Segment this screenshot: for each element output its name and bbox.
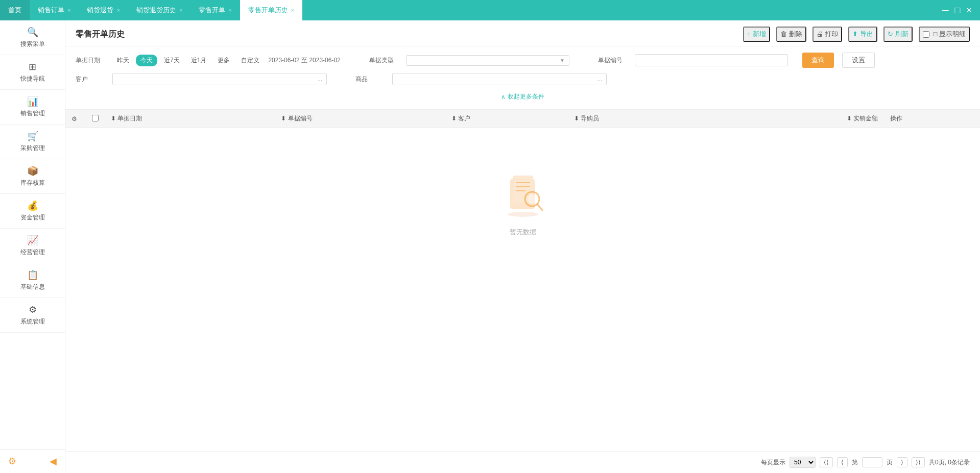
number-filter-input[interactable] xyxy=(635,54,788,66)
type-select-arrow: ▼ xyxy=(560,58,565,63)
th-number-label: 单据编号 xyxy=(288,115,313,122)
empty-icon xyxy=(497,168,548,219)
th-checkbox[interactable] xyxy=(86,110,105,128)
type-filter-select[interactable]: ▼ xyxy=(406,55,569,66)
nav-tab-sales-return[interactable]: 销货退货× xyxy=(79,0,128,20)
th-amount[interactable]: ⬍ 实销金额 xyxy=(714,110,884,128)
per-page-select[interactable]: 50 10 20 100 xyxy=(790,457,816,468)
window-controls: ─ □ × xyxy=(942,5,980,16)
settings-icon[interactable]: ⚙ xyxy=(8,456,16,467)
more-btn[interactable]: 更多 xyxy=(213,55,234,66)
operation-icon: 📈 xyxy=(27,235,38,246)
setting-button[interactable]: 设置 xyxy=(842,53,875,68)
sidebar-item-search[interactable]: 🔍搜索采单 xyxy=(0,20,65,55)
collapse-sidebar-icon[interactable]: ◀ xyxy=(50,456,57,467)
close-tab-sales-return-icon[interactable]: × xyxy=(116,7,119,13)
goods-filter-input[interactable]: ... xyxy=(392,73,607,85)
display-detail-button[interactable]: □ 显示明细 xyxy=(919,27,970,42)
delete-button[interactable]: 🗑 删除 xyxy=(776,27,806,42)
restore-icon[interactable]: □ xyxy=(955,5,961,16)
th-date-label: 单据日期 xyxy=(117,115,142,122)
empty-text: 暂无数据 xyxy=(510,228,536,237)
sidebar-label-quicknav: 快捷导航 xyxy=(20,74,45,83)
close-tab-sales-return-history-icon[interactable]: × xyxy=(179,7,182,13)
page-input[interactable]: 1 xyxy=(862,457,882,467)
sales-icon: 📊 xyxy=(27,96,38,107)
sidebar-item-sales[interactable]: 📊销售管理 xyxy=(0,90,65,125)
sidebar-label-system: 系统管理 xyxy=(20,317,45,326)
next-page-btn[interactable]: ⟩ xyxy=(897,457,907,467)
sidebar-item-inventory[interactable]: 📦库存核算 xyxy=(0,159,65,194)
select-all-checkbox[interactable] xyxy=(92,115,99,121)
close-tab-retail-open-icon[interactable]: × xyxy=(228,7,231,13)
th-amount-label: 实销金额 xyxy=(853,115,878,122)
svg-point-0 xyxy=(508,212,538,217)
sidebar-label-sales: 销售管理 xyxy=(20,109,45,118)
th-date[interactable]: ⬍ 单据日期 xyxy=(105,110,275,128)
total-info: 共0页, 0条记录 xyxy=(929,458,970,467)
page-header: 零售开单历史 + 新增 🗑 删除 🖨 打印 ⬆ 导出 ↻ 刷新 □ 显示明细 xyxy=(65,20,980,46)
filter-row-1: 单据日期 昨天 今天 近7天 近1月 更多 自定义 2023-06-02 至 2… xyxy=(76,53,970,68)
top-navbar: 首页销售订单×销货退货×销货退货历史×零售开单×零售开单历史× ─ □ × xyxy=(0,0,980,20)
th-action: 操作 xyxy=(884,110,980,128)
table-header-row: ⚙ ⬍ 单据日期 ⬍ 单据编号 ⬍ xyxy=(65,110,980,128)
sidebar-item-base[interactable]: 📋基础信息 xyxy=(0,263,65,298)
page-unit: 页 xyxy=(887,458,893,467)
collapse-icon: ∧ xyxy=(501,93,506,101)
nav-tab-home[interactable]: 首页 xyxy=(0,0,30,20)
th-customer[interactable]: ⬍ 客户 xyxy=(445,110,568,128)
sidebar-item-finance[interactable]: 💰资金管理 xyxy=(0,194,65,229)
per-page-label: 每页显示 xyxy=(761,458,785,467)
nav-tab-sales-return-history[interactable]: 销货退货历史× xyxy=(128,0,190,20)
main-layout: 🔍搜索采单⊞快捷导航📊销售管理🛒采购管理📦库存核算💰资金管理📈经营管理📋基础信息… xyxy=(0,20,980,473)
sidebar-item-system[interactable]: ⚙系统管理 xyxy=(0,298,65,333)
refresh-button[interactable]: ↻ 刷新 xyxy=(883,27,913,42)
date-range-display: 2023-06-02 至 2023-06-02 xyxy=(268,56,340,65)
close-tab-sales-order-icon[interactable]: × xyxy=(67,7,70,13)
th-salesperson[interactable]: ⬍ 导购员 xyxy=(568,110,714,128)
display-detail-checkbox[interactable] xyxy=(923,31,929,38)
sidebar-label-search: 搜索采单 xyxy=(20,40,45,48)
close-tab-retail-open-history-icon[interactable]: × xyxy=(291,7,294,13)
close-window-icon[interactable]: × xyxy=(966,5,972,16)
pagination-bar: 每页显示 50 10 20 100 ⟨⟨ ⟨ 第 1 页 ⟩ ⟩⟩ 共0页, 0… xyxy=(65,451,980,473)
collapse-button[interactable]: ∧ 收起更多条件 xyxy=(495,90,551,103)
week-btn[interactable]: 近7天 xyxy=(159,55,184,66)
yesterday-btn[interactable]: 昨天 xyxy=(112,55,134,66)
finance-icon: 💰 xyxy=(27,200,38,211)
page-label: 第 xyxy=(852,458,858,467)
svg-point-7 xyxy=(528,194,537,204)
collapse-label: 收起更多条件 xyxy=(508,92,544,101)
minimize-icon[interactable]: ─ xyxy=(942,5,949,16)
sidebar-item-purchase[interactable]: 🛒采购管理 xyxy=(0,125,65,159)
query-button[interactable]: 查询 xyxy=(802,53,834,68)
data-table: ⚙ ⬍ 单据日期 ⬍ 单据编号 ⬍ xyxy=(65,110,980,128)
type-filter-label: 单据类型 xyxy=(369,56,398,65)
month-btn[interactable]: 近1月 xyxy=(186,55,211,66)
th-settings[interactable]: ⚙ xyxy=(65,110,86,128)
sidebar-label-operation: 经营管理 xyxy=(20,248,45,257)
customer-filter-input[interactable]: ... xyxy=(112,73,327,85)
sidebar-item-quicknav[interactable]: ⊞快捷导航 xyxy=(0,55,65,90)
th-number[interactable]: ⬍ 单据编号 xyxy=(275,110,445,128)
nav-tabs: 首页销售订单×销货退货×销货退货历史×零售开单×零售开单历史× xyxy=(0,0,302,20)
search-icon: 🔍 xyxy=(27,27,38,38)
first-page-btn[interactable]: ⟨⟨ xyxy=(820,457,833,467)
nav-tab-retail-open[interactable]: 零售开单× xyxy=(190,0,240,20)
today-btn[interactable]: 今天 xyxy=(136,55,157,66)
export-button[interactable]: ⬆ 导出 xyxy=(848,27,877,42)
new-button[interactable]: + 新增 xyxy=(743,27,770,42)
th-salesperson-label: 导购员 xyxy=(581,115,599,122)
nav-tab-retail-open-history[interactable]: 零售开单历史× xyxy=(240,0,302,20)
custom-btn[interactable]: 自定义 xyxy=(236,55,264,66)
last-page-btn[interactable]: ⟩⟩ xyxy=(912,457,925,467)
table-area: ⚙ ⬍ 单据日期 ⬍ 单据编号 ⬍ xyxy=(65,110,980,451)
sidebar-item-operation[interactable]: 📈经营管理 xyxy=(0,229,65,263)
prev-page-btn[interactable]: ⟨ xyxy=(837,457,848,467)
print-button[interactable]: 🖨 打印 xyxy=(812,27,843,42)
th-action-label: 操作 xyxy=(890,115,902,122)
sidebar-bottom: ⚙ ◀ xyxy=(0,449,65,473)
th-customer-label: 客户 xyxy=(458,115,470,122)
nav-tab-sales-order[interactable]: 销售订单× xyxy=(30,0,79,20)
customer-filter-label: 客户 xyxy=(76,75,104,84)
